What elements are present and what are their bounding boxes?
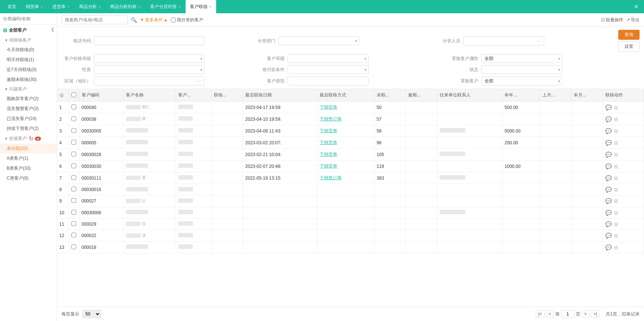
cell-last-way[interactable]: 下销货单: [317, 125, 374, 137]
comment-icon[interactable]: 💬: [605, 233, 612, 239]
more-conditions-btn[interactable]: ▼ 更多条件 ▲: [140, 17, 168, 23]
grid-icon[interactable]: ⊞: [614, 244, 618, 250]
customer-type-input[interactable]: [288, 77, 369, 85]
th-check[interactable]: [69, 89, 79, 102]
th-settings[interactable]: ⚙: [57, 89, 69, 102]
status-select[interactable]: [481, 65, 562, 74]
sidebar-item-7days[interactable]: 近7天待联络(0): [0, 65, 57, 75]
comment-icon[interactable]: 💬: [605, 116, 612, 122]
sidebar-item-churn-warning[interactable]: 流失预警客户(3): [0, 104, 57, 114]
manager-dots-icon[interactable]: ···: [536, 38, 541, 44]
cell-check[interactable]: [69, 218, 79, 230]
cell-last-way[interactable]: [317, 230, 374, 242]
batch-op-btn[interactable]: ☑ 批量操作: [601, 17, 623, 23]
cell-check[interactable]: [69, 184, 79, 195]
sidebar-item-overdue[interactable]: 逾期未联络(30): [0, 75, 57, 85]
cell-check[interactable]: [69, 149, 79, 160]
cell-last-way[interactable]: 下销售订单: [317, 113, 374, 125]
my-customers-checkbox[interactable]: [171, 18, 176, 22]
cell-check[interactable]: [69, 102, 79, 113]
sidebar-item-classB[interactable]: B类客户(33): [0, 163, 57, 173]
last-way-link[interactable]: 下销货单: [320, 152, 337, 157]
nature-select[interactable]: [94, 65, 204, 74]
scattered-attr-select[interactable]: 全部: [481, 54, 562, 63]
cell-last-way[interactable]: 下销货单: [317, 102, 374, 113]
first-page-btn[interactable]: |<: [536, 310, 545, 318]
close-product-list-icon[interactable]: ×: [138, 4, 140, 9]
cell-check[interactable]: [69, 160, 79, 172]
sidebar-item-declining[interactable]: 持续下滑客户(2): [0, 124, 57, 134]
close-customer-contact-icon[interactable]: ×: [209, 4, 211, 9]
comment-icon[interactable]: 💬: [605, 210, 612, 216]
prev-page-btn[interactable]: <: [546, 310, 554, 318]
cell-last-way[interactable]: 下销货单: [317, 149, 374, 160]
close-purchase-icon[interactable]: ×: [67, 4, 69, 9]
cell-last-way[interactable]: 下销售订单: [317, 172, 374, 184]
comment-icon[interactable]: 💬: [605, 140, 612, 146]
grid-icon[interactable]: ⊞: [614, 221, 618, 227]
grid-icon[interactable]: ⊞: [614, 163, 618, 169]
customer-level-select[interactable]: [288, 54, 369, 63]
sidebar-item-ungrouped[interactable]: 未分组(32): [0, 144, 57, 154]
grid-icon[interactable]: ⊞: [614, 152, 618, 158]
last-way-link[interactable]: 下销售订单: [320, 175, 342, 180]
tab-customer-contact[interactable]: 客户联络 ×: [186, 0, 216, 13]
sidebar-item-classC[interactable]: C类客户(6): [0, 173, 57, 183]
cell-check[interactable]: [69, 172, 79, 184]
next-page-btn[interactable]: >: [582, 310, 590, 318]
search-btn-icon[interactable]: 🔍: [131, 17, 137, 23]
close-product-analysis-icon[interactable]: ×: [98, 4, 101, 9]
region-dots-icon[interactable]: ···: [197, 78, 201, 84]
grid-icon[interactable]: ⊞: [614, 140, 618, 146]
cell-last-way[interactable]: [317, 207, 374, 218]
comment-icon[interactable]: 💬: [605, 152, 612, 158]
table-check-all[interactable]: [71, 92, 76, 97]
sidebar-group-pending[interactable]: ▼ 待联络客户: [0, 36, 57, 45]
export-btn[interactable]: ↗ 导出: [626, 17, 640, 23]
dept-select[interactable]: [278, 36, 359, 45]
reset-button[interactable]: 设置: [618, 41, 640, 52]
last-way-link[interactable]: 下销货单: [320, 128, 337, 133]
tab-customer-segment[interactable]: 客户分层经营 ×: [146, 0, 185, 13]
comment-icon[interactable]: 💬: [605, 221, 612, 227]
payment-select[interactable]: [288, 65, 369, 74]
cell-check[interactable]: [69, 137, 79, 149]
comment-icon[interactable]: 💬: [605, 198, 612, 204]
comment-icon[interactable]: 💬: [605, 128, 612, 134]
price-level-select[interactable]: [94, 54, 204, 63]
collapse-sidebar-icon[interactable]: 《: [49, 27, 54, 33]
tab-sales[interactable]: 销货单 ×: [21, 0, 47, 13]
cell-last-way[interactable]: 下销货单: [317, 160, 374, 172]
sidebar-group-value[interactable]: ▼ 价值客户 ↻ ●: [0, 134, 57, 144]
grid-icon[interactable]: ⊞: [614, 198, 618, 204]
comment-icon[interactable]: 💬: [605, 175, 612, 181]
close-sales-icon[interactable]: ×: [41, 4, 43, 9]
sidebar-item-tomorrow[interactable]: 明天待联络(1): [0, 55, 57, 65]
last-way-link[interactable]: 下销货单: [320, 140, 337, 145]
last-way-link[interactable]: 下销货单: [320, 163, 337, 169]
cell-last-way[interactable]: [317, 184, 374, 195]
last-page-btn[interactable]: >|: [591, 310, 600, 318]
sidebar-group-problem[interactable]: ▼ 问题客户: [0, 85, 57, 94]
my-customers-checkbox-label[interactable]: 我分管的客户: [171, 17, 203, 23]
cell-check[interactable]: [69, 113, 79, 125]
sidebar-item-today[interactable]: 今天待联络(0): [0, 45, 57, 55]
tab-product-analysis[interactable]: 商品分析 ×: [75, 0, 105, 13]
cell-check[interactable]: [69, 241, 79, 253]
grid-icon[interactable]: ⊞: [614, 105, 618, 110]
sidebar-all-customers[interactable]: ⊞ 全部客户 《: [0, 25, 57, 36]
tab-product-list[interactable]: 商品分析列表 ×: [106, 0, 145, 13]
comment-icon[interactable]: 💬: [605, 105, 612, 110]
refresh-value-icon[interactable]: ↻: [29, 135, 34, 142]
comment-icon[interactable]: 💬: [605, 163, 612, 169]
cell-check[interactable]: [69, 195, 79, 207]
sidebar-item-churned[interactable]: 已流失客户(24): [0, 114, 57, 124]
tab-home[interactable]: 首页: [3, 0, 21, 13]
tab-purchase[interactable]: 进货单 ×: [48, 0, 74, 13]
cell-last-way[interactable]: [317, 218, 374, 230]
close-customer-segment-icon[interactable]: ×: [178, 4, 180, 9]
query-button[interactable]: 查询: [618, 30, 640, 40]
comment-icon[interactable]: 💬: [605, 244, 612, 250]
grid-icon[interactable]: ⊞: [614, 175, 618, 181]
last-way-link[interactable]: 下销货单: [320, 105, 337, 110]
